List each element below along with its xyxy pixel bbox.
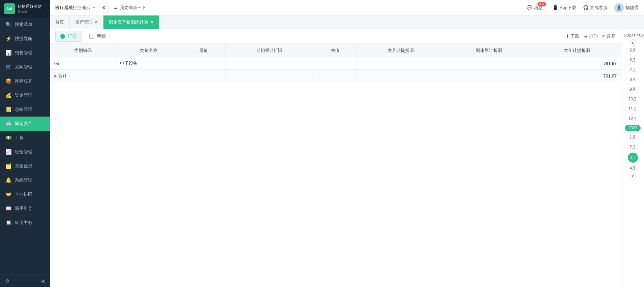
content-area: 汇总 明细 ⬇ 下载 🖨 打印 (50, 29, 644, 287)
cloud-icon: ☁ (113, 5, 118, 10)
sidebar-item-operations[interactable]: 📈 经营管理 (0, 145, 50, 159)
refresh-label: 刷新 (607, 33, 616, 39)
cell-monthly-dep (357, 57, 445, 70)
messages-button[interactable]: 💬 消息 99+ (527, 5, 543, 11)
month-item-2[interactable]: 2月 (621, 142, 644, 152)
month-item-11[interactable]: 11月 (621, 104, 644, 114)
tab-depreciation-report-label: 固定资产折旧统计表 (109, 19, 148, 25)
month-item-7[interactable]: 7月 (621, 65, 644, 75)
phone-icon: 📱 (553, 5, 558, 10)
cell-annual-dep: 791.67 (533, 57, 621, 70)
topbar-settings-button[interactable]: ⚙ (99, 3, 109, 12)
tab-depreciation-report[interactable]: 固定资产折旧统计表 ✕ (103, 15, 159, 29)
sidebar-item-label: 资金管理 (15, 92, 32, 98)
tab-depreciation-report-close-icon[interactable]: ✕ (150, 20, 153, 24)
sidebar-item-label: 系统管理 (15, 177, 32, 183)
subtabs-right: ⬇ 下载 🖨 打印 ↻ 刷新 (565, 33, 616, 39)
date-panel-close-button[interactable]: ✕ (623, 33, 627, 38)
sidebar-item-search[interactable]: 🔍 搜索菜单 (0, 18, 50, 32)
headset-icon: 🎧 (583, 5, 588, 10)
sidebar-item-ledger[interactable]: 📒 总账管理 (0, 102, 50, 117)
sidebar-item-label: 搜索菜单 (15, 22, 32, 28)
cell-code: 05 (50, 57, 116, 70)
month-item-10[interactable]: 10月 (621, 94, 644, 104)
sidebar-item-label: 新手引导 (15, 205, 32, 212)
sidebar-item-basic-info[interactable]: 🗂️ 基础信息 (0, 159, 50, 173)
sidebar-item-fixed-assets[interactable]: 🏢 固定资产 (0, 117, 50, 131)
total-label-text: 合计： (58, 73, 71, 79)
sidebar-item-label: 工资 (15, 135, 24, 141)
month-item-1[interactable]: 1月 (621, 132, 644, 142)
content-main: 汇总 明细 ⬇ 下载 🖨 打印 (50, 29, 621, 287)
month-list-prev: 5月 6月 7月 8月 9月 10月 11月 12月 (621, 45, 644, 124)
cell-name: 电子设备 (116, 57, 182, 70)
print-label: 打印 (589, 33, 598, 39)
sidebar-item-sales[interactable]: 📊 销售管理 (0, 46, 50, 60)
experience-button[interactable]: ☁ 我要体验一下 (113, 5, 146, 11)
refresh-button[interactable]: ↻ 刷新 (602, 33, 616, 39)
print-button[interactable]: 🖨 打印 (583, 33, 598, 39)
sidebar-item-label: 基础信息 (15, 163, 32, 169)
month-item-8[interactable]: 8月 (621, 75, 644, 85)
tab-asset-management-label: 资产管理 (75, 19, 93, 25)
month-item-6[interactable]: 6月 (621, 55, 644, 65)
tab-home[interactable]: 首页 (50, 15, 70, 29)
subtab-summary[interactable]: 汇总 (55, 31, 82, 42)
sidebar-item-app-center[interactable]: 🔲 应用中心 (0, 216, 50, 230)
messages-badge: 99+ (538, 2, 546, 6)
month-item-12[interactable]: 12月 (621, 114, 644, 124)
sidebar-item-label: 企业协同 (15, 191, 32, 197)
col-header-code: 类别编码 (50, 44, 116, 57)
topbar-right: 💬 消息 99+ 📱 App下载 🎧 在线客服 👤 畅捷通 (527, 3, 639, 12)
handshake-icon: 🤝 (5, 191, 11, 197)
app-download-button[interactable]: 📱 App下载 (553, 5, 576, 11)
year-up-button[interactable]: ▲ (630, 39, 636, 45)
current-year-badge[interactable]: 2023 (625, 125, 641, 131)
col-header-net: 净值 (313, 44, 357, 57)
sidebar-item-finance[interactable]: 💰 资金管理 (0, 88, 50, 102)
tab-asset-management[interactable]: 资产管理 ✕ (70, 15, 103, 29)
col-header-monthly-dep: 本月计提折旧 (357, 44, 445, 57)
month-item-3-active[interactable]: 3月 (628, 153, 638, 163)
online-service-button[interactable]: 🎧 在线客服 (583, 5, 608, 11)
sidebar-item-quicknav[interactable]: ⚡ 快捷导航 (0, 32, 50, 46)
lightning-icon: ⚡ (5, 36, 11, 42)
logo-text: 畅捷通好业财 普及版 (18, 4, 42, 14)
total-end-acc (445, 70, 533, 82)
total-label-cell: ▶ 合计： (50, 70, 182, 82)
year-down-button[interactable]: ▼ (630, 173, 636, 179)
collapse-icon[interactable]: ◀ (41, 278, 44, 284)
sidebar-item-purchase[interactable]: 🛒 采购管理 (0, 60, 50, 74)
money-icon: 💰 (5, 92, 11, 98)
date-panel-header: ✕ 2023.03 ⤢ (621, 32, 644, 39)
sidebar-item-label: 快捷导航 (15, 36, 32, 42)
sidebar-item-cooperation[interactable]: 🤝 企业协同 (0, 187, 50, 201)
date-panel-expand-button[interactable]: ⤢ (641, 33, 644, 38)
tab-asset-management-close-icon[interactable]: ✕ (95, 20, 98, 24)
book-icon: 📒 (5, 106, 11, 113)
sidebar-item-label: 固定资产 (15, 121, 32, 127)
month-item-9[interactable]: 9月 (621, 85, 644, 94)
total-annual-dep: 791.67 (533, 70, 621, 82)
sidebar-item-salary[interactable]: 💵 工资 (0, 131, 50, 145)
date-panel-year-label: 2023.03 (627, 34, 641, 38)
sidebar-item-inventory[interactable]: 📦 库存核算 (0, 74, 50, 88)
company-name: 医疗器械行业演示 (55, 5, 90, 11)
settings-icon[interactable]: ⚙ (5, 278, 10, 284)
sidebar-item-system[interactable]: 🔔 系统管理 (0, 173, 50, 187)
building-icon: 🏢 (5, 121, 11, 127)
download-button[interactable]: ⬇ 下载 (565, 33, 579, 39)
salary-icon: 💵 (5, 135, 11, 141)
expand-icon: ▶ (54, 74, 57, 78)
main-area: 医疗器械行业演示 ▼ ⚙ ☁ 我要体验一下 💬 消息 99+ 📱 App下载 🎧… (50, 0, 644, 287)
company-selector[interactable]: 医疗器械行业演示 ▼ (55, 5, 96, 11)
user-menu[interactable]: 👤 畅捷通 (614, 3, 639, 12)
subtab-detail[interactable]: 明细 (85, 31, 111, 41)
month-item-5[interactable]: 5月 (621, 45, 644, 55)
table-total-row: ▶ 合计： 791.67 (50, 70, 621, 82)
print-icon: 🖨 (583, 34, 588, 39)
search-icon: 🔍 (5, 22, 11, 28)
month-item-4[interactable]: 4月 (621, 163, 644, 173)
sidebar-item-guide[interactable]: 📖 新手引导 (0, 201, 50, 216)
grid-icon: 🔲 (5, 220, 11, 226)
